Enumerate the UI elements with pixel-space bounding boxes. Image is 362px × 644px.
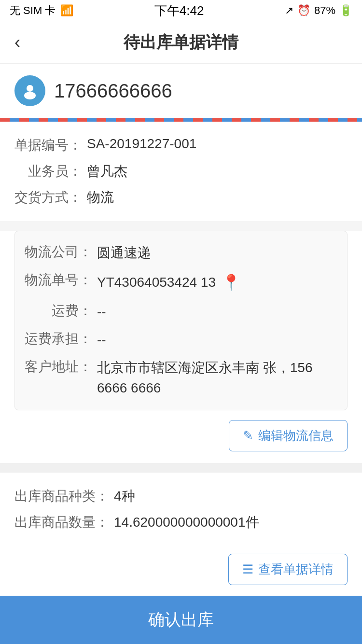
salesman-row: 业务员： 曾凡杰 [14, 162, 348, 181]
goods-quantity-row: 出库商品数量： 14.620000000000001件 [14, 513, 348, 532]
goods-type-row: 出库商品种类： 4种 [14, 487, 348, 505]
sim-label: 无 SIM 卡 [10, 3, 56, 18]
delivery-label: 交货方式： [14, 188, 82, 207]
goods-quantity-label: 出库商品数量： [14, 513, 109, 532]
nav-bar: ‹ 待出库单据详情 [0, 21, 362, 64]
freight-label: 运费： [25, 302, 92, 320]
freight-bear-label: 运费承担： [25, 330, 92, 348]
address-value: 北京市市辖区海淀区永丰南 张，156 6666 6666 [92, 358, 337, 398]
address-label: 客户地址： [25, 358, 92, 376]
dashed-divider [0, 118, 362, 122]
location-status-icon: ↗ [285, 4, 293, 17]
status-left: 无 SIM 卡 📶 [10, 3, 73, 18]
wifi-icon: 📶 [60, 4, 73, 17]
goods-type-label: 出库商品种类： [14, 487, 109, 505]
goods-section: 出库商品种类： 4种 出库商品数量： 14.620000000000001件 [0, 473, 362, 549]
detail-btn-label: 查看单据详情 [258, 561, 334, 578]
user-header: 17666666666 [0, 64, 362, 118]
svg-point-0 [27, 85, 33, 92]
delivery-row: 交货方式： 物流 [14, 188, 348, 207]
battery-level: 87% [314, 4, 335, 17]
order-no-label: 单据编号： [14, 136, 82, 154]
logistics-company-value: 圆通速递 [92, 243, 337, 263]
alarm-icon: ⏰ [297, 4, 310, 17]
list-icon: ☰ [242, 562, 253, 577]
page-title: 待出库单据详情 [124, 31, 238, 54]
freight-value: -- [92, 302, 337, 322]
confirm-btn-label: 确认出库 [148, 609, 214, 631]
goods-type-value: 4种 [109, 487, 135, 505]
edit-btn-label: 编辑物流信息 [258, 427, 334, 444]
avatar [14, 75, 45, 106]
salesman-value: 曾凡杰 [82, 162, 348, 181]
edit-btn-row: ✎ 编辑物流信息 [0, 420, 362, 463]
section-separator [0, 463, 362, 473]
salesman-label: 业务员： [14, 162, 82, 181]
edit-logistics-button[interactable]: ✎ 编辑物流信息 [229, 420, 348, 451]
goods-quantity-value: 14.620000000000001件 [109, 513, 259, 532]
delivery-value: 物流 [82, 188, 348, 207]
map-pin-icon[interactable]: 📍 [222, 271, 241, 294]
view-detail-button[interactable]: ☰ 查看单据详情 [228, 554, 348, 585]
order-no-value: SA-20191227-001 [82, 136, 348, 152]
svg-point-1 [24, 92, 36, 99]
status-time: 下午4:42 [154, 2, 204, 19]
freight-bear-row: 运费承担： -- [25, 330, 337, 350]
freight-row: 运费： -- [25, 302, 337, 322]
logistics-company-label: 物流公司： [25, 243, 92, 261]
order-no-row: 单据编号： SA-20191227-001 [14, 136, 348, 154]
tracking-value: YT43064053424 13 📍 [92, 271, 337, 294]
user-phone: 17666666666 [54, 80, 172, 102]
detail-btn-row: ☰ 查看单据详情 [0, 549, 362, 600]
confirm-btn-bar[interactable]: 确认出库 [0, 596, 362, 644]
status-bar: 无 SIM 卡 📶 下午4:42 ↗ ⏰ 87% 🔋 [0, 0, 362, 21]
tracking-row: 物流单号： YT43064053424 13 📍 [25, 271, 337, 294]
battery-icon: 🔋 [339, 4, 352, 17]
order-info-section: 单据编号： SA-20191227-001 业务员： 曾凡杰 交货方式： 物流 [0, 122, 362, 221]
logistics-company-row: 物流公司： 圆通速递 [25, 243, 337, 263]
freight-bear-value: -- [92, 330, 337, 350]
back-button[interactable]: ‹ [14, 32, 20, 53]
edit-icon: ✎ [243, 428, 253, 443]
tracking-label: 物流单号： [25, 271, 92, 289]
logistics-card: 物流公司： 圆通速递 物流单号： YT43064053424 13 📍 运费： … [14, 231, 348, 410]
status-right: ↗ ⏰ 87% 🔋 [285, 4, 352, 17]
address-row: 客户地址： 北京市市辖区海淀区永丰南 张，156 6666 6666 [25, 358, 337, 398]
